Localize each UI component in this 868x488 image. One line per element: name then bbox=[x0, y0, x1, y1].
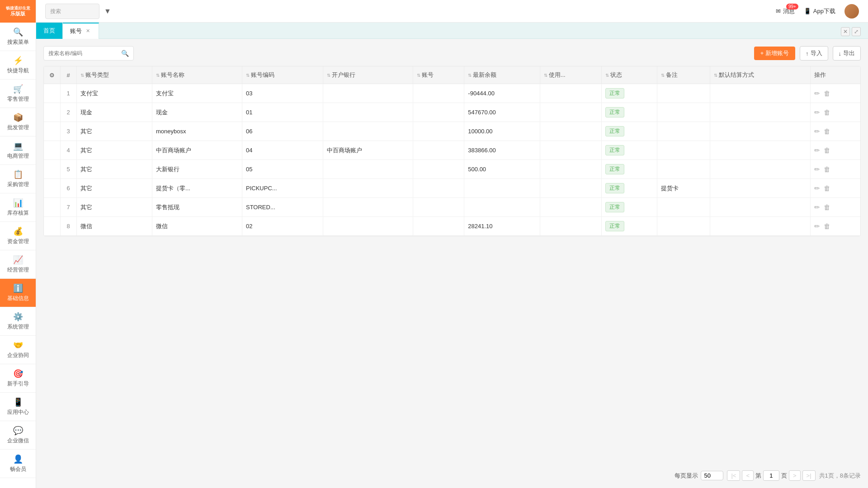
tab-home-label: 首页 bbox=[43, 27, 55, 35]
export-button[interactable]: ↓ 导出 bbox=[833, 46, 861, 61]
th-account-no[interactable]: ⇅账号 bbox=[413, 66, 464, 84]
page-size-select[interactable]: 50 100 200 bbox=[701, 471, 723, 480]
edit-icon[interactable]: ✏ bbox=[814, 165, 820, 174]
header-right: ✉ 消息 99+ 📱 App下载 bbox=[776, 4, 859, 19]
message-button[interactable]: ✉ 消息 99+ bbox=[776, 7, 795, 15]
sidebar-item-wholesale-mgmt[interactable]: 📦 批发管理 bbox=[0, 108, 36, 136]
delete-icon[interactable]: 🗑 bbox=[824, 203, 830, 211]
current-page-input[interactable] bbox=[763, 470, 779, 481]
sidebar-logo: 畅捷通好生意 乐版版 bbox=[0, 0, 36, 23]
th-usage[interactable]: ⇅使用... bbox=[540, 66, 601, 84]
th-status[interactable]: ⇅状态 bbox=[601, 66, 657, 84]
table-row: 3 其它 moneybosx 06 10000.00 正常 ✏ 🗑 bbox=[44, 122, 860, 141]
dropdown-button[interactable]: ▼ bbox=[104, 7, 111, 15]
sidebar-item-ecommerce-mgmt[interactable]: 💻 电商管理 bbox=[0, 136, 36, 165]
first-page-button[interactable]: |< bbox=[727, 470, 740, 481]
sidebar-item-finance-mgmt[interactable]: 💰 资金管理 bbox=[0, 222, 36, 250]
tab-account[interactable]: 账号 ✕ bbox=[63, 23, 99, 39]
sidebar-item-member[interactable]: 👤 畅会员 bbox=[0, 450, 36, 478]
sidebar-item-new-guide[interactable]: 🎯 新手引导 bbox=[0, 364, 36, 393]
operations-mgmt-icon: 📈 bbox=[13, 255, 23, 265]
prev-page-button[interactable]: < bbox=[742, 470, 754, 481]
sidebar-item-system-mgmt[interactable]: ⚙️ 系统管理 bbox=[0, 307, 36, 336]
th-latest-balance[interactable]: ⇅最新余额 bbox=[464, 66, 540, 84]
delete-icon[interactable]: 🗑 bbox=[824, 127, 830, 136]
th-account-type[interactable]: ⇅账号类型 bbox=[76, 66, 152, 84]
page-content: 🔍 + 新增账号 ↑ 导入 ↓ 导出 ⚙ # bbox=[36, 39, 868, 488]
delete-icon[interactable]: 🗑 bbox=[824, 222, 830, 230]
row-bank bbox=[323, 84, 413, 103]
last-page-button[interactable]: >| bbox=[802, 470, 816, 481]
search-input[interactable] bbox=[48, 50, 121, 56]
top-search-input[interactable]: 搜索 bbox=[45, 4, 99, 19]
import-button[interactable]: ↑ 导入 bbox=[800, 46, 828, 61]
row-account-name: 微信 bbox=[152, 217, 242, 236]
row-bank: 中百商场账户 bbox=[323, 141, 413, 160]
delete-icon[interactable]: 🗑 bbox=[824, 146, 830, 155]
delete-icon[interactable]: 🗑 bbox=[824, 89, 830, 98]
delete-icon[interactable]: 🗑 bbox=[824, 165, 830, 174]
table-row: 6 其它 提货卡（零... PICKUPC... 正常 提货卡 ✏ 🗑 bbox=[44, 179, 860, 198]
row-account-no bbox=[413, 122, 464, 141]
edit-icon[interactable]: ✏ bbox=[814, 184, 820, 192]
add-account-button[interactable]: + 新增账号 bbox=[754, 47, 795, 60]
edit-icon[interactable]: ✏ bbox=[814, 222, 820, 230]
expand-button[interactable]: ⤢ bbox=[852, 27, 861, 36]
th-account-name[interactable]: ⇅账号名称 bbox=[152, 66, 242, 84]
row-default-settlement bbox=[710, 217, 811, 236]
sidebar-item-inventory[interactable]: 📊 库存核算 bbox=[0, 193, 36, 222]
table-row: 1 支付宝 支付宝 03 -90444.00 正常 ✏ 🗑 bbox=[44, 84, 860, 103]
edit-icon[interactable]: ✏ bbox=[814, 203, 820, 211]
sort-icon: ⇅ bbox=[661, 73, 665, 78]
edit-icon[interactable]: ✏ bbox=[814, 146, 820, 155]
th-note[interactable]: ⇅备注 bbox=[657, 66, 710, 84]
sort-icon: ⇅ bbox=[417, 73, 420, 78]
top-header: 搜索 ▼ ✉ 消息 99+ 📱 App下载 bbox=[36, 0, 868, 23]
row-action: ✏ 🗑 bbox=[811, 217, 860, 236]
close-button[interactable]: ✕ bbox=[841, 27, 850, 36]
row-account-code: PICKUPC... bbox=[242, 179, 323, 198]
app-download-button[interactable]: 📱 App下载 bbox=[804, 7, 835, 15]
th-bank[interactable]: ⇅开户银行 bbox=[323, 66, 413, 84]
th-account-code[interactable]: ⇅账号编码 bbox=[242, 66, 323, 84]
delete-icon[interactable]: 🗑 bbox=[824, 108, 830, 117]
search-icon[interactable]: 🔍 bbox=[121, 50, 129, 57]
status-badge: 正常 bbox=[605, 126, 624, 136]
sidebar-item-retail-mgmt[interactable]: 🛒 零售管理 bbox=[0, 80, 36, 108]
edit-icon[interactable]: ✏ bbox=[814, 108, 820, 117]
edit-icon[interactable]: ✏ bbox=[814, 127, 820, 136]
row-account-no bbox=[413, 160, 464, 179]
th-settings[interactable]: ⚙ bbox=[44, 66, 60, 84]
row-settings bbox=[44, 141, 60, 160]
row-note bbox=[657, 141, 710, 160]
user-avatar[interactable] bbox=[844, 4, 859, 19]
row-latest-balance: 10000.00 bbox=[464, 122, 540, 141]
sidebar-item-enterprise-agreement[interactable]: 🤝 企业协同 bbox=[0, 336, 36, 364]
row-status: 正常 bbox=[601, 179, 657, 198]
edit-icon[interactable]: ✏ bbox=[814, 89, 820, 98]
tab-home[interactable]: 首页 bbox=[36, 23, 63, 39]
delete-icon[interactable]: 🗑 bbox=[824, 184, 830, 192]
row-action: ✏ 🗑 bbox=[811, 122, 860, 141]
row-num: 8 bbox=[60, 217, 76, 236]
enterprise-agreement-icon: 🤝 bbox=[13, 340, 23, 350]
row-latest-balance: -90444.00 bbox=[464, 84, 540, 103]
page-suffix: 页 bbox=[781, 472, 787, 480]
next-page-button[interactable]: > bbox=[789, 470, 801, 481]
row-note bbox=[657, 122, 710, 141]
sidebar-item-operations-mgmt[interactable]: 📈 经营管理 bbox=[0, 250, 36, 279]
sidebar-item-app-center[interactable]: 📱 应用中心 bbox=[0, 393, 36, 421]
sort-icon: ⇅ bbox=[714, 73, 717, 78]
status-badge: 正常 bbox=[605, 221, 624, 231]
row-bank bbox=[323, 122, 413, 141]
sidebar-item-quick-nav[interactable]: ⚡ 快捷导航 bbox=[0, 51, 36, 80]
sidebar-item-search-menu[interactable]: 🔍 搜索菜单 bbox=[0, 23, 36, 51]
tab-account-close[interactable]: ✕ bbox=[85, 28, 91, 34]
sidebar-item-enterprise-wechat[interactable]: 💬 企业微信 bbox=[0, 421, 36, 450]
th-num: # bbox=[60, 66, 76, 84]
sidebar-item-label: 企业微信 bbox=[7, 437, 29, 445]
search-wrap: 🔍 bbox=[43, 46, 134, 61]
sidebar-item-purchase-mgmt[interactable]: 📋 采购管理 bbox=[0, 165, 36, 193]
th-default-settlement[interactable]: ⇅默认结算方式 bbox=[710, 66, 811, 84]
sidebar-item-basic-info[interactable]: ℹ️ 基础信息 bbox=[0, 279, 36, 307]
